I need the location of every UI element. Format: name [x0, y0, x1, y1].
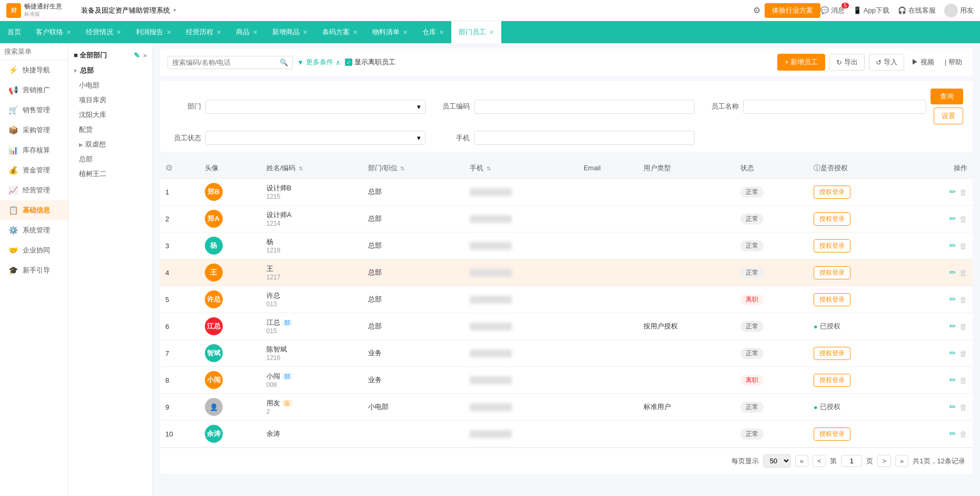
- col-phone[interactable]: 手机 ⇅: [464, 158, 578, 179]
- import-button[interactable]: ↺ 导入: [869, 54, 904, 71]
- close-icon[interactable]: ✕: [116, 29, 121, 36]
- dept-item-peihuo[interactable]: 配货: [68, 122, 152, 137]
- last-page-button[interactable]: »: [895, 455, 908, 467]
- query-button[interactable]: 查询: [930, 89, 963, 104]
- dept-item-zhishu[interactable]: 植树王二: [68, 167, 152, 181]
- tab-bom[interactable]: 物料清单 ✕: [365, 21, 415, 43]
- close-icon[interactable]: ✕: [166, 29, 171, 36]
- phone-input[interactable]: [474, 131, 694, 145]
- tab-customer[interactable]: 客户联络 ✕: [28, 21, 78, 43]
- close-icon[interactable]: ✕: [489, 29, 494, 36]
- delete-button[interactable]: 🗑: [959, 295, 967, 304]
- edit-button[interactable]: ✏: [949, 375, 956, 385]
- delete-button[interactable]: 🗑: [959, 376, 967, 385]
- dept-select[interactable]: ▾: [205, 100, 425, 114]
- delete-button[interactable]: 🗑: [959, 403, 967, 412]
- add-employee-button[interactable]: + 新增员工: [777, 54, 825, 71]
- auth-button[interactable]: 授权登录: [814, 186, 850, 199]
- sidebar-search-input[interactable]: [4, 47, 68, 55]
- edit-button[interactable]: ✏: [949, 402, 956, 412]
- sidebar-item-inventory[interactable]: 📊 库存核算: [0, 140, 68, 160]
- tab-goods[interactable]: 商品 ✕: [229, 21, 265, 43]
- auth-button[interactable]: 授权登录: [814, 266, 850, 279]
- edit-button[interactable]: ✏: [949, 322, 956, 331]
- tab-journey[interactable]: 经营历程 ✕: [179, 21, 229, 43]
- auth-button[interactable]: 授权登录: [814, 374, 850, 387]
- sidebar-item-finance[interactable]: 💰 资金管理: [0, 160, 68, 180]
- first-page-button[interactable]: «: [795, 455, 808, 467]
- col-dept[interactable]: 部门/职位 ⇅: [363, 158, 464, 179]
- auth-button[interactable]: 授权登录: [814, 427, 850, 441]
- delete-button[interactable]: 🗑: [959, 430, 967, 439]
- auth-button[interactable]: 授权登录: [814, 212, 850, 226]
- sidebar-item-guide[interactable]: 🎓 新手引导: [0, 260, 68, 280]
- next-page-button[interactable]: >: [877, 455, 891, 467]
- edit-button[interactable]: ✏: [949, 268, 956, 277]
- dept-item-zongbu-group[interactable]: ▼ 总部: [68, 63, 152, 78]
- emp-name-input[interactable]: [743, 100, 926, 114]
- show-inactive-toggle[interactable]: ✓ 显示离职员工: [345, 57, 395, 67]
- gear-button[interactable]: ⚙: [753, 5, 760, 15]
- app-download-button[interactable]: 📱 App下载: [853, 6, 889, 15]
- dept-item-shenyang[interactable]: 沈阳大库: [68, 108, 152, 122]
- dept-item-xiaodian[interactable]: 小电部: [68, 78, 152, 93]
- dept-item-project[interactable]: 项目库房: [68, 93, 152, 108]
- dept-edit-icon[interactable]: ✎: [134, 51, 140, 60]
- edit-button[interactable]: ✏: [949, 295, 956, 304]
- auth-button[interactable]: 授权登录: [814, 239, 850, 252]
- close-icon[interactable]: ✕: [216, 29, 221, 36]
- auth-button[interactable]: 授权登录: [814, 347, 850, 360]
- edit-button[interactable]: ✏: [949, 214, 956, 223]
- close-icon[interactable]: ✕: [66, 29, 71, 36]
- support-button[interactable]: 🎧 在线客服: [898, 6, 936, 15]
- close-icon[interactable]: ✕: [439, 29, 444, 36]
- sidebar-item-quick-nav[interactable]: ⚡ 快捷导航: [0, 60, 68, 80]
- emp-code-input[interactable]: [474, 100, 694, 114]
- tab-profit[interactable]: 利润报告 ✕: [128, 21, 179, 43]
- search-icon[interactable]: 🔍: [280, 59, 288, 66]
- tab-barcode[interactable]: 条码方案 ✕: [315, 21, 365, 43]
- chevron-down-icon[interactable]: ▾: [173, 7, 176, 14]
- sidebar-item-sales[interactable]: 🛒 销售管理: [0, 100, 68, 120]
- dept-item-zongbu2[interactable]: 总部: [68, 152, 152, 167]
- search-input[interactable]: [172, 59, 278, 66]
- tab-operations[interactable]: 经营情况 ✕: [78, 21, 128, 43]
- delete-button[interactable]: 🗑: [959, 215, 967, 223]
- tab-dept-staff[interactable]: 部门员工 ✕: [451, 21, 501, 43]
- prev-page-button[interactable]: <: [813, 455, 826, 467]
- set-button[interactable]: 设置: [934, 108, 963, 124]
- auth-button[interactable]: 授权登录: [814, 293, 850, 306]
- sidebar-item-basic-info[interactable]: 📋 基础信息: [0, 200, 68, 220]
- sidebar-item-ops[interactable]: 📈 经营管理: [0, 180, 68, 200]
- col-name[interactable]: 姓名/编码 ⇅: [261, 158, 363, 179]
- help-button[interactable]: | 帮助: [942, 54, 965, 71]
- sidebar-item-collab[interactable]: 🤝 企业协同: [0, 240, 68, 260]
- dept-item-shuangnue[interactable]: ▶ 双虐想: [68, 137, 152, 152]
- delete-button[interactable]: 🗑: [959, 349, 967, 358]
- delete-button[interactable]: 🗑: [959, 268, 967, 277]
- tab-add-goods[interactable]: 新增商品 ✕: [265, 21, 315, 43]
- delete-button[interactable]: 🗑: [959, 322, 967, 331]
- user-avatar[interactable]: 用友: [944, 4, 974, 17]
- status-select[interactable]: ▾: [205, 131, 425, 145]
- dept-collapse-icon[interactable]: »: [143, 51, 147, 60]
- edit-button[interactable]: ✏: [949, 348, 956, 358]
- trial-button[interactable]: 体验行业方案: [765, 3, 820, 18]
- message-button[interactable]: 💬 消息 5: [820, 6, 845, 15]
- export-button[interactable]: ↻ 导出: [829, 54, 865, 71]
- sidebar-item-system[interactable]: ⚙️ 系统管理: [0, 220, 68, 240]
- edit-button[interactable]: ✏: [949, 241, 956, 250]
- edit-button[interactable]: ✏: [949, 429, 956, 439]
- tab-home[interactable]: 首页: [0, 21, 28, 43]
- delete-button[interactable]: 🗑: [959, 241, 967, 250]
- per-page-select[interactable]: 50: [763, 454, 791, 468]
- col-settings[interactable]: ⚙: [160, 158, 200, 179]
- sidebar-item-marketing[interactable]: 📢 营销推广: [0, 80, 68, 100]
- view-button[interactable]: ▶ 视频: [908, 54, 937, 71]
- close-icon[interactable]: ✕: [353, 29, 358, 36]
- close-icon[interactable]: ✕: [403, 29, 408, 36]
- sidebar-item-purchase[interactable]: 📦 采购管理: [0, 120, 68, 140]
- tab-warehouse[interactable]: 仓库 ✕: [415, 21, 451, 43]
- close-icon[interactable]: ✕: [303, 29, 308, 36]
- delete-button[interactable]: 🗑: [959, 188, 967, 197]
